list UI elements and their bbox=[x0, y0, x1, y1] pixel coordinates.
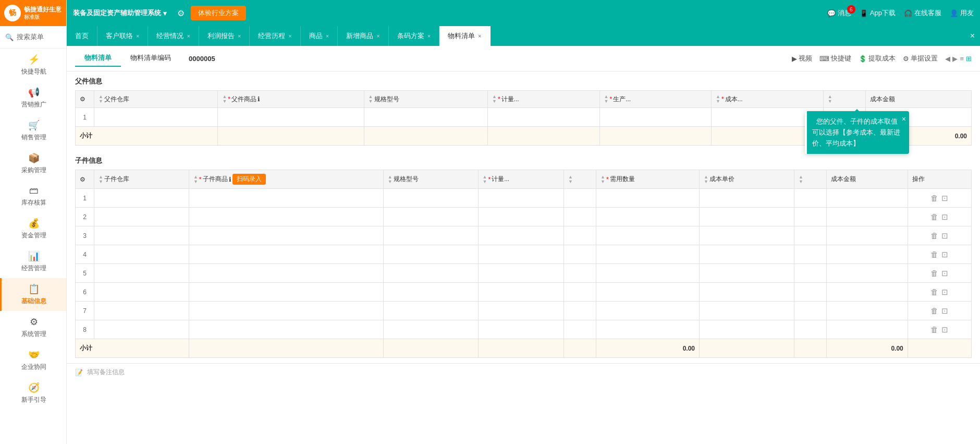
child-cell-extra-3[interactable] bbox=[564, 226, 596, 245]
tab-close-history[interactable]: × bbox=[288, 33, 291, 39]
child-cell-unit-6[interactable] bbox=[478, 283, 564, 302]
tab-close-goods[interactable]: × bbox=[326, 33, 329, 39]
tab-close-ops[interactable]: × bbox=[187, 33, 190, 39]
tab-bom[interactable]: 物料清单 × bbox=[439, 26, 490, 46]
copy-icon-3[interactable]: ⊡ bbox=[941, 231, 948, 241]
child-cell-warehouse-2[interactable] bbox=[94, 208, 189, 226]
copy-icon-8[interactable]: ⊡ bbox=[941, 325, 948, 334]
child-cell-needed-1[interactable] bbox=[596, 189, 700, 208]
child-cell-unit-cost-1[interactable] bbox=[700, 189, 794, 208]
child-cell-unit-4[interactable] bbox=[478, 245, 564, 264]
child-cell-extra2-2[interactable] bbox=[794, 208, 826, 226]
tab-profit[interactable]: 利润报告 × bbox=[199, 26, 250, 46]
child-cell-warehouse-6[interactable] bbox=[94, 283, 189, 302]
child-cell-product-5[interactable] bbox=[189, 264, 383, 283]
delete-icon-4[interactable]: 🗑 bbox=[930, 250, 938, 259]
tab-customer[interactable]: 客户联络 × bbox=[97, 26, 148, 46]
child-cell-unit-5[interactable] bbox=[478, 264, 564, 283]
child-cell-spec-7[interactable] bbox=[383, 302, 478, 320]
child-cell-spec-2[interactable] bbox=[383, 208, 478, 226]
prev-icon[interactable]: ◀ bbox=[945, 55, 950, 63]
child-cell-warehouse-3[interactable] bbox=[94, 226, 189, 245]
child-cell-product-3[interactable] bbox=[189, 226, 383, 245]
sidebar-item-guide[interactable]: 🧭 新手引导 bbox=[0, 377, 66, 410]
child-cell-unit-cost-2[interactable] bbox=[700, 208, 794, 226]
tab-history[interactable]: 经营历程 × bbox=[250, 26, 300, 46]
delete-icon-6[interactable]: 🗑 bbox=[930, 287, 938, 296]
list-view-icon[interactable]: ⊞ bbox=[966, 55, 972, 63]
child-cell-extra2-8[interactable] bbox=[794, 320, 826, 339]
child-cell-spec-4[interactable] bbox=[383, 245, 478, 264]
sidebar-item-system[interactable]: ⚙ 系统管理 bbox=[0, 311, 66, 344]
next-icon[interactable]: ▶ bbox=[952, 55, 958, 63]
child-cell-needed-2[interactable] bbox=[596, 208, 700, 226]
child-cell-needed-6[interactable] bbox=[596, 283, 700, 302]
copy-icon-6[interactable]: ⊡ bbox=[941, 287, 948, 297]
grid-view-icon[interactable]: ≡ bbox=[960, 55, 964, 63]
copy-icon-5[interactable]: ⊡ bbox=[941, 269, 948, 278]
child-cell-spec-1[interactable] bbox=[383, 189, 478, 208]
shortcut-action[interactable]: ⌨ 快捷键 bbox=[819, 54, 851, 63]
child-cell-amount-2[interactable] bbox=[827, 208, 908, 226]
child-cell-needed-3[interactable] bbox=[596, 226, 700, 245]
child-cell-extra-5[interactable] bbox=[564, 264, 596, 283]
experience-button[interactable]: 体验行业方案 bbox=[191, 6, 246, 20]
child-cell-extra-4[interactable] bbox=[564, 245, 596, 264]
sidebar-item-enterprise[interactable]: 🤝 企业协同 bbox=[0, 344, 66, 377]
tab-operations-status[interactable]: 经营情况 × bbox=[148, 26, 199, 46]
sidebar-search[interactable]: 🔍 搜索菜单 bbox=[0, 26, 66, 49]
message-button[interactable]: 💬 消息 6 bbox=[827, 8, 851, 18]
child-cell-unit-2[interactable] bbox=[478, 208, 564, 226]
sub-tab-bom[interactable]: 物料清单 bbox=[75, 50, 121, 67]
child-cell-extra2-1[interactable] bbox=[794, 189, 826, 208]
sub-tab-bom-code[interactable]: 物料清单编码 bbox=[121, 50, 180, 67]
child-cell-unit-cost-7[interactable] bbox=[700, 302, 794, 320]
parent-cell-unit-1[interactable] bbox=[487, 108, 599, 127]
child-cell-extra2-7[interactable] bbox=[794, 302, 826, 320]
sidebar-item-finance[interactable]: 💰 资金管理 bbox=[0, 212, 66, 245]
child-cell-needed-7[interactable] bbox=[596, 302, 700, 320]
child-cell-needed-4[interactable] bbox=[596, 245, 700, 264]
child-cell-extra2-4[interactable] bbox=[794, 245, 826, 264]
tab-close-bom[interactable]: × bbox=[478, 33, 481, 39]
child-cell-spec-5[interactable] bbox=[383, 264, 478, 283]
delete-icon-1[interactable]: 🗑 bbox=[930, 194, 938, 202]
child-cell-amount-5[interactable] bbox=[827, 264, 908, 283]
tooltip-close-btn[interactable]: × bbox=[902, 113, 906, 125]
parent-cell-product-1[interactable] bbox=[218, 108, 364, 127]
scan-input-button[interactable]: 扫码录入 bbox=[232, 174, 266, 185]
copy-icon-2[interactable]: ⊡ bbox=[941, 212, 948, 222]
child-cell-spec-3[interactable] bbox=[383, 226, 478, 245]
delete-icon-5[interactable]: 🗑 bbox=[930, 269, 938, 278]
child-cell-unit-cost-4[interactable] bbox=[700, 245, 794, 264]
copy-icon-7[interactable]: ⊡ bbox=[941, 306, 948, 316]
child-cell-unit-cost-8[interactable] bbox=[700, 320, 794, 339]
child-cell-amount-6[interactable] bbox=[827, 283, 908, 302]
child-cell-extra-7[interactable] bbox=[564, 302, 596, 320]
child-cell-unit-cost-6[interactable] bbox=[700, 283, 794, 302]
child-cell-spec-6[interactable] bbox=[383, 283, 478, 302]
child-cell-unit-7[interactable] bbox=[478, 302, 564, 320]
settings-icon[interactable]: ⚙ bbox=[177, 8, 185, 18]
parent-cell-production-1[interactable] bbox=[599, 108, 712, 127]
tab-goods[interactable]: 商品 × bbox=[301, 26, 338, 46]
sidebar-item-quick-nav[interactable]: ⚡ 快捷导航 bbox=[0, 49, 66, 81]
child-cell-extra-6[interactable] bbox=[564, 283, 596, 302]
tab-barcode[interactable]: 条码方案 × bbox=[389, 26, 439, 46]
delete-icon-8[interactable]: 🗑 bbox=[930, 325, 938, 334]
child-cell-warehouse-1[interactable] bbox=[94, 189, 189, 208]
tab-close-new-goods[interactable]: × bbox=[376, 33, 379, 39]
child-cell-product-1[interactable] bbox=[189, 189, 383, 208]
online-service-button[interactable]: 🎧 在线客服 bbox=[904, 8, 941, 18]
tab-new-goods[interactable]: 新增商品 × bbox=[338, 26, 388, 46]
parent-cell-warehouse-1[interactable] bbox=[94, 108, 218, 127]
tab-close-profit[interactable]: × bbox=[238, 33, 241, 39]
user-button[interactable]: 👤 用友 bbox=[950, 8, 974, 18]
delete-icon-7[interactable]: 🗑 bbox=[930, 306, 938, 315]
child-cell-extra2-3[interactable] bbox=[794, 226, 826, 245]
delete-icon-2[interactable]: 🗑 bbox=[930, 212, 938, 221]
child-cell-unit-8[interactable] bbox=[478, 320, 564, 339]
child-cell-needed-8[interactable] bbox=[596, 320, 700, 339]
sidebar-item-purchase[interactable]: 📦 采购管理 bbox=[0, 147, 66, 180]
close-all-tabs[interactable]: × bbox=[965, 27, 980, 45]
